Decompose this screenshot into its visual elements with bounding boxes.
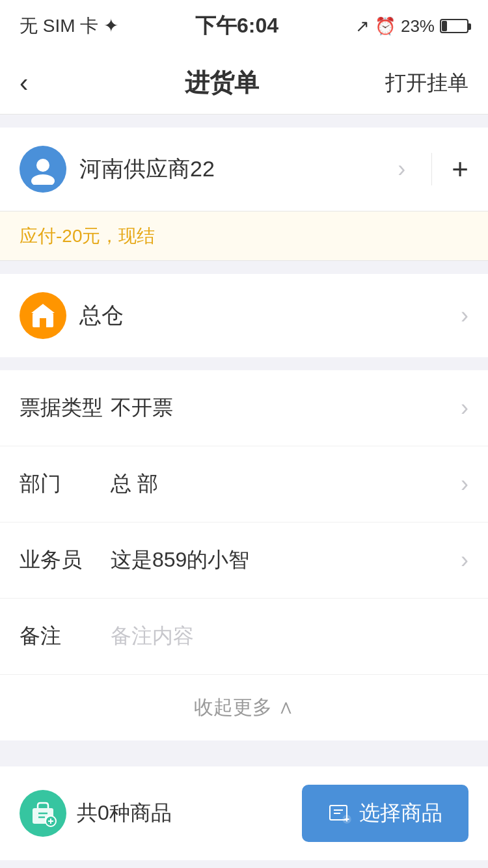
product-icon-wrap bbox=[20, 790, 66, 837]
form-section: 票据类型 不开票 › 部门 总 部 › 业务员 这是859的小智 › 备注 备注… bbox=[0, 370, 488, 740]
nav-bar: ‹ 进货单 打开挂单 bbox=[0, 52, 488, 115]
page-title: 进货单 bbox=[185, 66, 259, 100]
gap-4 bbox=[0, 740, 488, 753]
page-container: 无 SIM 卡 ✦ 下午6:04 ↗ ⏰ 23% ‹ 进货单 打开挂单 bbox=[0, 0, 488, 868]
supplier-chevron-icon: › bbox=[398, 156, 405, 183]
bottom-section: 共0种商品 选择商品 bbox=[0, 766, 488, 860]
department-chevron: › bbox=[461, 470, 468, 498]
salesperson-row[interactable]: 业务员 这是859的小智 › bbox=[0, 522, 488, 599]
invoice-type-chevron: › bbox=[461, 394, 468, 422]
add-supplier-button[interactable]: + bbox=[452, 153, 468, 185]
battery-icon bbox=[440, 19, 468, 33]
alarm-icon: ⏰ bbox=[375, 16, 396, 36]
warehouse-icon bbox=[29, 301, 57, 330]
supplier-name: 河南供应商22 bbox=[79, 154, 398, 184]
salesperson-label: 业务员 bbox=[20, 546, 111, 575]
svg-marker-3 bbox=[31, 304, 55, 313]
product-count-text: 共0种商品 bbox=[77, 799, 172, 828]
collapse-text: 收起更多 ∧ bbox=[194, 696, 293, 718]
collapse-row[interactable]: 收起更多 ∧ bbox=[0, 674, 488, 740]
divider bbox=[431, 153, 432, 185]
product-count-wrap: 共0种商品 bbox=[20, 790, 172, 837]
gap-2 bbox=[0, 261, 488, 274]
open-pending-button[interactable]: 打开挂单 bbox=[385, 69, 468, 98]
gap-1 bbox=[0, 115, 488, 128]
invoice-type-row[interactable]: 票据类型 不开票 › bbox=[0, 370, 488, 446]
supplier-row[interactable]: 河南供应商22 › + bbox=[0, 128, 488, 211]
invoice-type-label: 票据类型 bbox=[20, 394, 111, 422]
signal-text: 无 SIM 卡 ✦ bbox=[20, 14, 118, 38]
select-product-button[interactable]: 选择商品 bbox=[302, 785, 468, 842]
product-icon bbox=[29, 799, 57, 828]
svg-point-1 bbox=[31, 174, 55, 185]
svg-point-0 bbox=[36, 159, 49, 172]
warehouse-section: 总仓 › bbox=[0, 274, 488, 357]
back-button[interactable]: ‹ bbox=[20, 68, 59, 98]
status-left: 无 SIM 卡 ✦ bbox=[20, 14, 118, 38]
remark-row[interactable]: 备注 备注内容 bbox=[0, 599, 488, 674]
svg-rect-4 bbox=[40, 318, 46, 327]
status-time: 下午6:04 bbox=[195, 12, 278, 40]
battery-text: 23% bbox=[401, 16, 435, 36]
warehouse-name: 总仓 bbox=[79, 301, 461, 331]
supplier-section: 河南供应商22 › + 应付-20元，现结 bbox=[0, 128, 488, 261]
department-label: 部门 bbox=[20, 470, 111, 498]
supplier-alert-text: 应付-20元，现结 bbox=[20, 226, 155, 246]
department-value: 总 部 bbox=[111, 470, 461, 498]
select-product-label: 选择商品 bbox=[359, 799, 442, 828]
warehouse-chevron-icon: › bbox=[461, 302, 468, 329]
status-bar: 无 SIM 卡 ✦ 下午6:04 ↗ ⏰ 23% bbox=[0, 0, 488, 52]
select-product-icon bbox=[328, 802, 351, 825]
status-right: ↗ ⏰ 23% bbox=[355, 16, 468, 36]
location-icon: ↗ bbox=[355, 16, 370, 36]
invoice-type-value: 不开票 bbox=[111, 394, 461, 422]
gap-3 bbox=[0, 357, 488, 370]
salesperson-value: 这是859的小智 bbox=[111, 546, 461, 575]
supplier-avatar bbox=[20, 146, 66, 193]
warehouse-row[interactable]: 总仓 › bbox=[0, 274, 488, 357]
warehouse-icon-wrap bbox=[20, 292, 66, 339]
supplier-alert-row: 应付-20元，现结 bbox=[0, 211, 488, 261]
department-row[interactable]: 部门 总 部 › bbox=[0, 446, 488, 522]
avatar-icon bbox=[27, 154, 59, 185]
remark-label: 备注 bbox=[20, 622, 111, 651]
salesperson-chevron: › bbox=[461, 547, 468, 574]
remark-placeholder: 备注内容 bbox=[111, 622, 468, 651]
